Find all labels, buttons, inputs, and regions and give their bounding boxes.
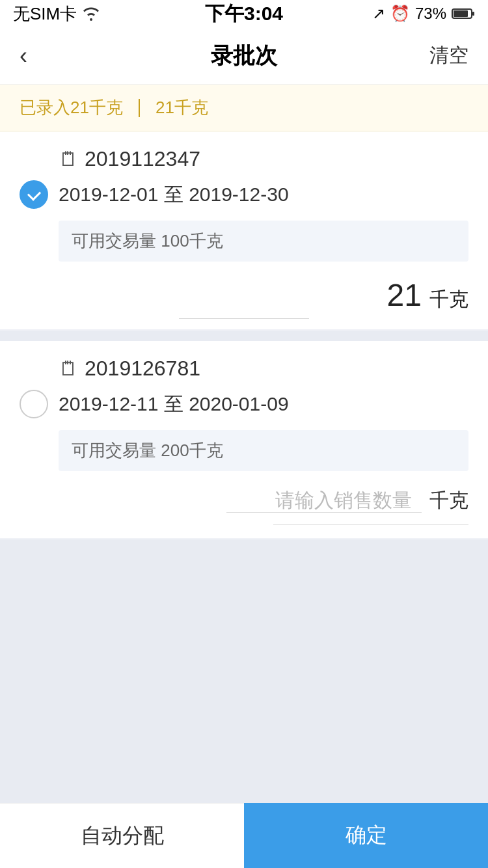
quantity-divider-1	[179, 318, 309, 319]
location-icon: ↗	[372, 5, 385, 23]
summary-value: 21千克	[156, 96, 208, 119]
summary-label: 已录入21千克	[20, 96, 123, 119]
battery-icon	[452, 8, 475, 20]
status-bar-time: 下午3:04	[205, 1, 283, 27]
summary-banner: 已录入21千克 21千克	[0, 85, 488, 131]
alarm-icon: ⏰	[390, 5, 410, 23]
status-bar-left: 无SIM卡	[13, 3, 100, 25]
batch-date-row-2: 2019-12-11 至 2020-01-09	[20, 390, 468, 418]
status-bar: 无SIM卡 下午3:04 ↗ ⏰ 73%	[0, 0, 488, 27]
auto-distribute-button[interactable]: 自动分配	[0, 803, 244, 868]
batch-availability-1: 可用交易量 100千克	[59, 221, 468, 262]
batch-date-text-2: 2019-12-11 至 2020-01-09	[59, 391, 289, 418]
batch-card-2: 🗒 2019126781 2019-12-11 至 2020-01-09 可用交…	[0, 341, 488, 538]
quantity-input-2[interactable]	[226, 487, 422, 513]
back-button[interactable]: ‹	[20, 42, 59, 70]
svg-rect-1	[454, 10, 468, 17]
batch-availability-2: 可用交易量 200千克	[59, 430, 468, 471]
quantity-row-1: 21 千克	[0, 277, 488, 313]
quantity-input-row-2: 千克	[0, 487, 488, 514]
status-bar-right: ↗ ⏰ 73%	[372, 5, 475, 23]
batch-id-row-2: 🗒 2019126781	[20, 357, 468, 381]
page-title: 录批次	[211, 41, 277, 71]
auto-distribute-label: 自动分配	[81, 822, 164, 850]
summary-divider	[139, 99, 140, 117]
quantity-input-divider-2	[273, 524, 468, 525]
radio-btn-1[interactable]	[20, 180, 48, 209]
batch-date-text-1: 2019-12-01 至 2019-12-30	[59, 182, 289, 208]
footer: 自动分配 确定	[0, 803, 488, 868]
section-divider	[0, 331, 488, 341]
clear-button[interactable]: 清空	[429, 42, 468, 69]
batch-id-text-2: 2019126781	[85, 357, 200, 381]
wifi-icon	[82, 7, 100, 21]
batch-id-text-1: 2019112347	[85, 147, 200, 171]
quantity-unit-1: 千克	[429, 286, 468, 313]
quantity-unit-label-2: 千克	[429, 487, 468, 514]
nav-bar: ‹ 录批次 清空	[0, 27, 488, 85]
radio-btn-2[interactable]	[20, 390, 48, 418]
batch-card-1: 🗒 2019112347 2019-12-01 至 2019-12-30 可用交…	[0, 131, 488, 329]
confirm-label: 确定	[346, 821, 387, 850]
confirm-button[interactable]: 确定	[244, 803, 488, 868]
batch-id-icon-1: 🗒	[59, 148, 78, 170]
svg-rect-2	[472, 12, 474, 16]
battery-label: 73%	[415, 5, 446, 23]
carrier-label: 无SIM卡	[13, 3, 77, 25]
quantity-value-1: 21	[387, 277, 422, 313]
batch-id-icon-2: 🗒	[59, 358, 78, 380]
batch-date-row-1: 2019-12-01 至 2019-12-30	[20, 180, 468, 209]
batch-card-1-inner: 🗒 2019112347 2019-12-01 至 2019-12-30 可用交…	[0, 131, 488, 262]
batch-id-row-1: 🗒 2019112347	[20, 147, 468, 171]
batch-card-2-inner: 🗒 2019126781 2019-12-11 至 2020-01-09 可用交…	[0, 341, 488, 471]
page-content: 已录入21千克 21千克 🗒 2019112347 2019-12-01 至 2…	[0, 85, 488, 868]
